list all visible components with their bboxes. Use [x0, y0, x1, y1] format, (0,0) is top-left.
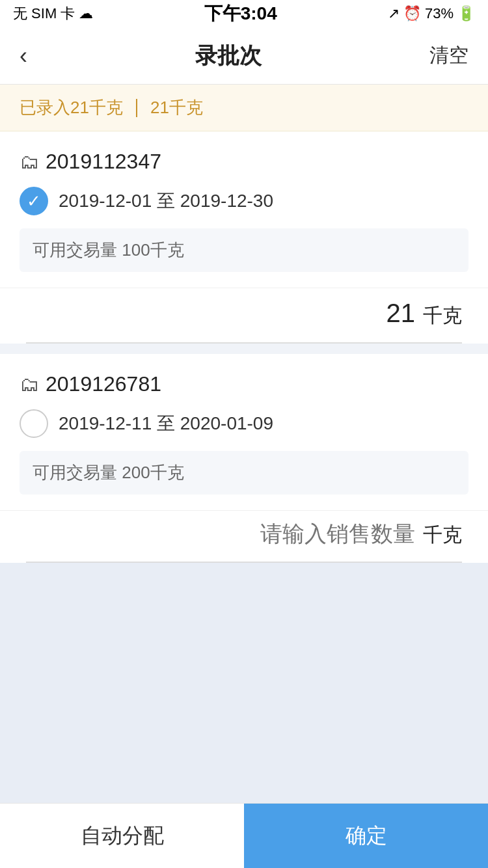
batch-id-icon-2: 🗂: [20, 373, 39, 396]
back-button[interactable]: ‹: [20, 42, 27, 70]
section-separator: [0, 344, 488, 354]
page-title: 录批次: [195, 41, 262, 71]
qty-input-2[interactable]: [233, 521, 415, 547]
input-row-2: 千克: [0, 510, 488, 562]
status-time: 下午3:04: [204, 1, 277, 26]
alarm-icon: ⏰: [403, 5, 421, 22]
batch-date-row-1: 2019-12-01 至 2019-12-30: [0, 180, 488, 222]
recorded-value: 21千克: [150, 96, 203, 119]
batch-qty-label-1: 可用交易量 100千克: [33, 240, 184, 260]
info-bar: 已录入21千克 21千克: [0, 85, 488, 131]
location-icon: ↗: [388, 5, 400, 22]
status-left: 无 SIM 卡 ☁: [13, 4, 93, 23]
batch-header-2: 🗂 2019126781: [0, 354, 488, 403]
recorded-label: 已录入21千克: [20, 96, 123, 119]
amount-input-1[interactable]: [337, 299, 415, 328]
nav-bar: ‹ 录批次 清空: [0, 27, 488, 85]
batch-qty-row-1: 可用交易量 100千克: [20, 228, 468, 272]
batch-id-icon-1: 🗂: [20, 151, 39, 173]
battery-label: 73%: [425, 5, 454, 22]
batch-id-1: 2019112347: [46, 150, 161, 174]
sim-label: 无 SIM 卡 ☁: [13, 4, 93, 23]
radio-btn-1[interactable]: [20, 187, 48, 215]
bottom-bar: 自动分配 确定: [0, 803, 488, 868]
batch-qty-label-2: 可用交易量 200千克: [33, 463, 184, 482]
batch-date-2: 2019-12-11 至 2020-01-09: [59, 411, 273, 436]
amount-row-1: 千克: [0, 288, 488, 342]
batch-card-1: 🗂 2019112347 2019-12-01 至 2019-12-30 可用交…: [0, 131, 488, 344]
confirm-button[interactable]: 确定: [244, 804, 488, 868]
batch-qty-row-2: 可用交易量 200千克: [20, 451, 468, 495]
auto-distribute-button[interactable]: 自动分配: [0, 804, 244, 868]
batch-header-1: 🗂 2019112347: [0, 131, 488, 180]
batch-id-2: 2019126781: [46, 372, 161, 396]
info-divider: [136, 99, 137, 117]
status-bar: 无 SIM 卡 ☁ 下午3:04 ↗ ⏰ 73% 🔋: [0, 0, 488, 27]
input-unit-2: 千克: [423, 522, 462, 549]
clear-button[interactable]: 清空: [429, 42, 468, 69]
batch-card-2: 🗂 2019126781 2019-12-11 至 2020-01-09 可用交…: [0, 354, 488, 563]
amount-unit-1: 千克: [423, 303, 462, 329]
battery-icon: 🔋: [457, 5, 475, 22]
status-right: ↗ ⏰ 73% 🔋: [388, 5, 475, 22]
batch-date-row-2: 2019-12-11 至 2020-01-09: [0, 403, 488, 444]
batch-date-1: 2019-12-01 至 2019-12-30: [59, 189, 273, 213]
radio-btn-2[interactable]: [20, 409, 48, 438]
